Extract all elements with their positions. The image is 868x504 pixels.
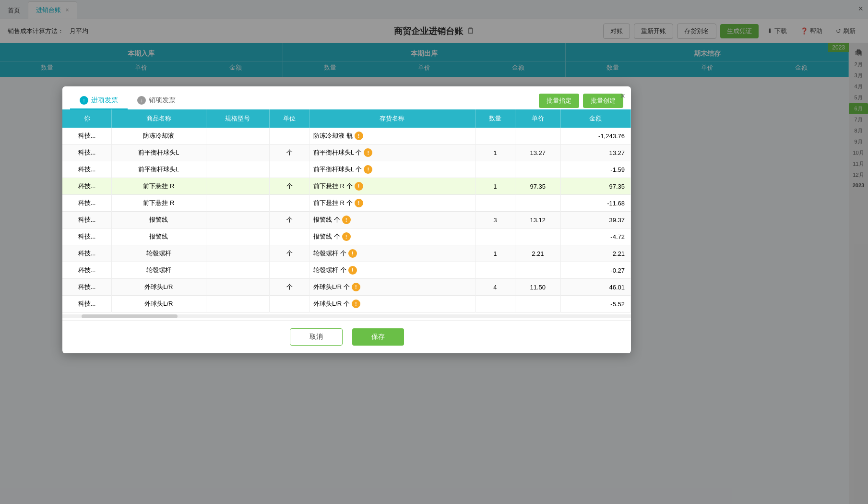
modal-footer: 取消 保存	[62, 320, 631, 353]
batch-assign-button[interactable]: 批量指定	[539, 94, 579, 108]
warning-icon: !	[348, 266, 357, 275]
warning-icon: !	[364, 148, 372, 157]
modal-tabs: ↑ 进项发票 ↓ 销项发票	[70, 92, 185, 109]
horizontal-scrollbar[interactable]	[62, 314, 631, 318]
warning-icon: !	[348, 249, 357, 258]
modal-action-buttons: 批量指定 批量创建	[539, 94, 623, 108]
col-header-6: 单价	[515, 109, 560, 128]
table-row: 科技...防冻冷却液防冻冷却液 瓶!-1,243.76	[62, 128, 631, 144]
col-header-4: 存货名称	[309, 109, 475, 128]
scroll-thumb[interactable]	[82, 314, 178, 318]
table-row: 科技...前下悬挂 R前下悬挂 R 个!-11.68	[62, 195, 631, 212]
col-header-0: 你	[62, 109, 112, 128]
table-row: 科技...前平衡杆球头L个前平衡杆球头L 个!113.2713.27	[62, 144, 631, 161]
tab-incoming-invoice[interactable]: ↑ 进项发票	[70, 92, 128, 109]
modal-table-wrapper: 你 商品名称 规格型号 单位 存货名称 数量 单价 金额 科技...防冻冷却液防…	[62, 109, 631, 312]
table-row: 科技...外球头L/R个外球头L/R 个!411.5046.01	[62, 279, 631, 296]
col-header-2: 规格型号	[206, 109, 270, 128]
modal-close-button[interactable]: ×	[620, 91, 625, 101]
warning-icon: !	[355, 132, 363, 140]
col-header-7: 金额	[560, 109, 630, 128]
modal-header: ↑ 进项发票 ↓ 销项发票 批量指定 批量创建 ×	[62, 86, 631, 109]
table-row: 科技...前下悬挂 R个前下悬挂 R 个!197.3597.35	[62, 178, 631, 195]
cancel-button[interactable]: 取消	[290, 328, 343, 346]
invoice-table: 你 商品名称 规格型号 单位 存货名称 数量 单价 金额 科技...防冻冷却液防…	[62, 109, 631, 312]
save-button[interactable]: 保存	[352, 328, 404, 346]
warning-icon: !	[355, 182, 363, 191]
modal-dialog: ↑ 进项发票 ↓ 销项发票 批量指定 批量创建 × 你 商品名称 规格型号 单位…	[62, 86, 631, 353]
warning-icon: !	[352, 300, 360, 308]
outgoing-tab-icon: ↓	[137, 96, 146, 105]
table-row: 科技...外球头L/R外球头L/R 个!-5.52	[62, 296, 631, 312]
warning-icon: !	[352, 283, 360, 291]
table-row: 科技...报警线报警线 个!-4.72	[62, 228, 631, 245]
incoming-tab-icon: ↑	[80, 96, 88, 105]
table-row: 科技...报警线个报警线 个!313.1239.37	[62, 212, 631, 228]
warning-icon: !	[342, 232, 351, 241]
table-row: 科技...前平衡杆球头L前平衡杆球头L 个!-1.59	[62, 161, 631, 178]
batch-create-button[interactable]: 批量创建	[583, 94, 623, 108]
col-header-5: 数量	[476, 109, 515, 128]
warning-icon: !	[355, 199, 363, 207]
warning-icon: !	[342, 216, 351, 224]
tab-outgoing-invoice[interactable]: ↓ 销项发票	[128, 92, 185, 109]
warning-icon: !	[364, 165, 372, 174]
table-row: 科技...轮毂螺杆个轮毂螺杆 个!12.212.21	[62, 245, 631, 262]
table-row: 科技...轮毂螺杆轮毂螺杆 个!-0.27	[62, 262, 631, 279]
col-header-3: 单位	[270, 109, 309, 128]
col-header-1: 商品名称	[112, 109, 206, 128]
